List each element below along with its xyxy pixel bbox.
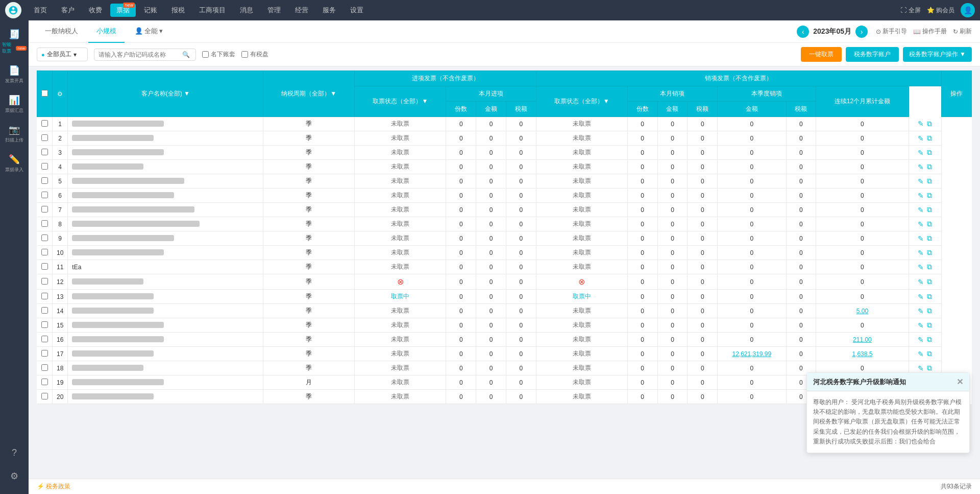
row-acc-amount[interactable]: 211.00 <box>816 333 909 347</box>
nav-fee[interactable]: 收费 <box>83 4 108 17</box>
copy-icon[interactable]: ⧉ <box>927 162 932 171</box>
member-btn[interactable]: ⭐ 购会员 <box>927 6 954 15</box>
row-checkbox[interactable] <box>37 260 53 274</box>
row-q-amount[interactable]: 12,621,319.99 <box>718 347 786 361</box>
refresh-btn[interactable]: ↻ 刷新 <box>953 27 972 36</box>
row-acc-amount[interactable]: 0 <box>816 131 909 146</box>
checkbox-taxdisk-input[interactable] <box>241 51 248 58</box>
copy-icon[interactable]: ⧉ <box>927 205 932 214</box>
row-acc-amount[interactable]: 0 <box>816 189 909 203</box>
row-checkbox[interactable] <box>37 318 53 333</box>
nav-home[interactable]: 首页 <box>28 4 53 17</box>
row-acc-amount[interactable]: 0 <box>816 174 909 189</box>
row-q-amount[interactable]: 0 <box>718 304 786 318</box>
row-name[interactable] <box>68 231 263 246</box>
row-q-amount[interactable]: 0 <box>718 375 786 390</box>
edit-icon[interactable]: ✎ <box>918 293 924 301</box>
row-acc-amount[interactable]: 0 <box>816 290 909 304</box>
row-q-amount[interactable]: 0 <box>718 246 786 260</box>
copy-icon[interactable]: ⧉ <box>927 364 932 372</box>
row-q-amount[interactable]: 0 <box>718 231 786 246</box>
row-name[interactable] <box>68 160 263 174</box>
row-acc-amount[interactable]: 1,638.5 <box>816 347 909 361</box>
row-name[interactable] <box>68 304 263 318</box>
row-name[interactable] <box>68 217 263 231</box>
next-month-btn[interactable]: › <box>855 26 868 38</box>
user-avatar[interactable]: 👤 <box>961 3 975 17</box>
manual-btn[interactable]: 📖 操作手册 <box>913 27 947 36</box>
edit-icon[interactable]: ✎ <box>918 364 924 372</box>
edit-icon[interactable]: ✎ <box>918 163 924 171</box>
row-name[interactable] <box>68 117 263 131</box>
copy-icon[interactable]: ⧉ <box>927 234 932 243</box>
row-checkbox[interactable] <box>37 146 53 160</box>
copy-icon[interactable]: ⧉ <box>927 120 932 128</box>
row-checkbox[interactable] <box>37 390 53 404</box>
row-checkbox[interactable] <box>37 189 53 203</box>
row-name[interactable] <box>68 347 263 361</box>
new-guide-btn[interactable]: ⊙ 新手引导 <box>876 27 907 36</box>
copy-icon[interactable]: ⧉ <box>927 263 932 271</box>
row-acc-amount[interactable]: 0 <box>816 160 909 174</box>
edit-icon[interactable]: ✎ <box>918 307 924 315</box>
sidebar-settings-icon[interactable]: ⚙ <box>6 466 22 486</box>
nav-business[interactable]: 工商项目 <box>193 4 232 17</box>
search-input[interactable] <box>99 51 180 58</box>
row-acc-amount[interactable]: 0 <box>816 231 909 246</box>
copy-icon[interactable]: ⧉ <box>927 349 932 358</box>
copy-icon[interactable]: ⧉ <box>927 321 932 330</box>
tab-general[interactable]: 一般纳税人 <box>37 20 86 43</box>
copy-icon[interactable]: ⧉ <box>927 134 932 143</box>
tax-policy-link[interactable]: ⚡ 税务政策 <box>37 482 70 491</box>
nav-operation[interactable]: 经营 <box>289 4 314 17</box>
row-q-amount[interactable]: 0 <box>718 189 786 203</box>
row-q-amount[interactable]: 0 <box>718 131 786 146</box>
row-name[interactable]: tEa <box>68 260 263 274</box>
copy-icon[interactable]: ⧉ <box>927 191 932 200</box>
row-acc-amount[interactable]: 0 <box>816 117 909 131</box>
edit-icon[interactable]: ✎ <box>918 192 924 200</box>
copy-icon[interactable]: ⧉ <box>927 177 932 185</box>
row-name[interactable] <box>68 203 263 217</box>
row-q-amount[interactable]: 0 <box>718 333 786 347</box>
row-name[interactable] <box>68 246 263 260</box>
copy-icon[interactable]: ⧉ <box>927 248 932 257</box>
edit-icon[interactable]: ✎ <box>918 177 924 185</box>
row-acc-amount[interactable]: 0 <box>816 260 909 274</box>
tax-account-op-btn[interactable]: 税务数字账户操作 ▼ <box>903 47 972 62</box>
checkbox-bookkeeping[interactable]: 名下账套 <box>202 50 235 59</box>
row-name[interactable] <box>68 375 263 390</box>
fullscreen-btn[interactable]: ⛶ 全屏 <box>900 6 920 15</box>
row-checkbox[interactable] <box>37 333 53 347</box>
nav-customer[interactable]: 客户 <box>55 4 81 17</box>
row-acc-amount[interactable]: 0 <box>816 318 909 333</box>
row-checkbox[interactable] <box>37 304 53 318</box>
nav-tax[interactable]: 报税 <box>165 4 191 17</box>
row-checkbox[interactable] <box>37 274 53 290</box>
edit-icon[interactable]: ✎ <box>918 234 924 243</box>
row-q-amount[interactable]: 0 <box>718 160 786 174</box>
tax-account-btn[interactable]: 税务数字账户 <box>846 47 899 62</box>
notif-close-btn[interactable]: ✕ <box>957 377 963 387</box>
edit-icon[interactable]: ✎ <box>918 220 924 228</box>
row-acc-amount[interactable]: 0 <box>816 246 909 260</box>
sidebar-item-record[interactable]: ✏️ 票据录入 <box>0 150 29 177</box>
row-q-amount[interactable]: 0 <box>718 260 786 274</box>
row-name[interactable] <box>68 333 263 347</box>
edit-icon[interactable]: ✎ <box>918 120 924 128</box>
staff-select[interactable]: ● 全部员工 ▾ <box>37 48 88 61</box>
edit-icon[interactable]: ✎ <box>918 206 924 214</box>
row-checkbox[interactable] <box>37 217 53 231</box>
row-name[interactable] <box>68 174 263 189</box>
row-q-amount[interactable]: 0 <box>718 174 786 189</box>
row-q-amount[interactable]: 0 <box>718 390 786 404</box>
row-checkbox[interactable] <box>37 131 53 146</box>
row-checkbox[interactable] <box>37 117 53 131</box>
row-name[interactable] <box>68 189 263 203</box>
nav-service[interactable]: 服务 <box>316 4 342 17</box>
nav-accounting[interactable]: 记账 <box>138 4 163 17</box>
row-name[interactable] <box>68 131 263 146</box>
edit-icon[interactable]: ✎ <box>918 249 924 257</box>
row-q-amount[interactable]: 0 <box>718 361 786 375</box>
edit-icon[interactable]: ✎ <box>918 321 924 330</box>
